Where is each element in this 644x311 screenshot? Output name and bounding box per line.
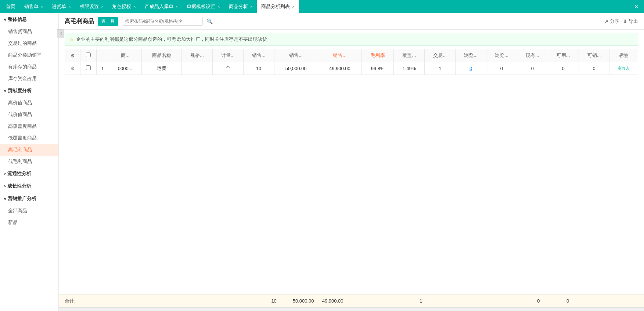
tag-badge: 高收入 bbox=[618, 66, 630, 70]
col-header-browse1[interactable]: 浏览... bbox=[456, 49, 486, 62]
cell-current: 0 bbox=[517, 62, 548, 75]
footer-cell-4 bbox=[201, 298, 230, 304]
nav-item-产成品入库单[interactable]: 产成品入库单× bbox=[140, 0, 182, 13]
col-header-spec[interactable]: 规格... bbox=[181, 49, 212, 62]
search-input[interactable] bbox=[122, 17, 203, 26]
sidebar-group-整体信息[interactable]: ∨整体信息 bbox=[0, 13, 58, 26]
cell-settings: ⚙ bbox=[65, 62, 80, 75]
sidebar-item-销售货商品[interactable]: 销售货商品 bbox=[0, 26, 58, 37]
chevron-icon: ∨ bbox=[4, 18, 6, 22]
nav-close-icon[interactable]: × bbox=[250, 4, 252, 9]
chevron-icon: ∨ bbox=[4, 197, 6, 201]
footer-cell-11: 1 bbox=[406, 298, 436, 304]
footer-cell-6: 10 bbox=[259, 298, 289, 304]
col-header-settings[interactable]: ⚙ bbox=[65, 49, 80, 62]
nav-item-商品分析[interactable]: 商品分析× bbox=[224, 0, 257, 13]
sidebar-item-交易过的商品[interactable]: 交易过的商品 bbox=[0, 37, 58, 49]
cell-available: 0 bbox=[548, 62, 579, 75]
data-table: ⚙商...商品名称规格...计量...销售...销售...销售...毛利率覆盖.… bbox=[65, 49, 638, 75]
col-header-current[interactable]: 现有... bbox=[517, 49, 548, 62]
nav-item-销售单[interactable]: 销售单× bbox=[20, 0, 47, 13]
info-text: 企业的主要的利润都是这部分商品创造的，可考虑加大推广，同时关注库存是不要出现缺货 bbox=[76, 36, 267, 43]
nav-item-商品分析列表[interactable]: 商品分析列表× bbox=[257, 0, 299, 13]
col-header-sales_amt[interactable]: 销售... bbox=[274, 49, 318, 62]
nav-item-单据模板设置[interactable]: 单据模板设置× bbox=[182, 0, 224, 13]
nav-item-权限设置[interactable]: 权限设置× bbox=[75, 0, 108, 13]
cell-coverage: 1.49% bbox=[394, 62, 425, 75]
row-settings-icon[interactable]: ⚙ bbox=[71, 66, 75, 71]
col-header-num[interactable] bbox=[96, 49, 109, 62]
sidebar-item-商品分类助销率[interactable]: 商品分类助销率 bbox=[0, 49, 58, 61]
footer-cell-9 bbox=[348, 298, 377, 304]
col-header-coverage[interactable]: 覆盖... bbox=[394, 49, 425, 62]
col-header-code[interactable]: 商... bbox=[109, 49, 141, 62]
col-header-tag[interactable]: 标签 bbox=[609, 49, 638, 62]
nav-item-首页[interactable]: 首页 bbox=[1, 0, 20, 13]
footer-cell-3 bbox=[171, 298, 201, 304]
search-button[interactable]: 🔍 bbox=[206, 18, 213, 24]
select-all-checkbox[interactable] bbox=[86, 53, 91, 57]
top-nav: 首页销售单×进货单×权限设置×角色授权×产成品入库单×单据模板设置×商品分析×商… bbox=[0, 0, 644, 13]
sidebar-group-贡献度分析[interactable]: ∨贡献度分析 bbox=[0, 84, 58, 97]
sidebar-group-营销推广分析[interactable]: ∨营销推广分析 bbox=[0, 192, 58, 205]
nav-close-icon[interactable]: × bbox=[133, 4, 136, 9]
share-button[interactable]: ↗ 分享 bbox=[604, 18, 619, 25]
footer-cell-10 bbox=[377, 298, 406, 304]
col-header-available[interactable]: 可用... bbox=[548, 49, 579, 62]
col-header-sales_profit[interactable]: 销售... bbox=[318, 49, 361, 62]
sidebar-group-成长性分析[interactable]: >成长性分析 bbox=[0, 180, 58, 192]
export-button[interactable]: ⬇ 导出 bbox=[623, 18, 638, 25]
col-header-gross_rate[interactable]: 毛利率 bbox=[361, 49, 393, 62]
settings-icon: ⚙ bbox=[71, 53, 75, 58]
cell-num: 1 bbox=[96, 62, 109, 75]
sidebar-item-低覆盖度商品[interactable]: 低覆盖度商品 bbox=[0, 132, 58, 144]
sidebar-item-低价值商品[interactable]: 低价值商品 bbox=[0, 109, 58, 120]
col-header-transaction[interactable]: 交易... bbox=[425, 49, 456, 62]
row-checkbox[interactable] bbox=[86, 65, 91, 70]
main-layout: ∨整体信息销售货商品交易过的商品商品分类助销率有库存的商品库存资金占用∨贡献度分… bbox=[0, 13, 644, 311]
sidebar-group-流通性分析[interactable]: >流通性分析 bbox=[0, 167, 58, 180]
sidebar: ∨整体信息销售货商品交易过的商品商品分类助销率有库存的商品库存资金占用∨贡献度分… bbox=[0, 13, 59, 311]
footer-label: 合计: bbox=[65, 298, 76, 304]
col-header-checkbox[interactable] bbox=[80, 49, 97, 62]
nav-item-进货单[interactable]: 进货单× bbox=[47, 0, 75, 13]
col-header-saleable[interactable]: 可销... bbox=[579, 49, 609, 62]
nav-close-icon[interactable]: × bbox=[217, 4, 220, 9]
scrollbar-area[interactable] bbox=[59, 307, 644, 311]
sidebar-item-高毛利商品[interactable]: 高毛利商品 bbox=[0, 144, 58, 156]
page-title: 高毛利商品 bbox=[65, 18, 94, 25]
nav-close-icon[interactable]: × bbox=[41, 4, 43, 9]
sidebar-item-有库存的商品[interactable]: 有库存的商品 bbox=[0, 61, 58, 73]
nav-close-icon[interactable]: × bbox=[101, 4, 103, 9]
nav-close-icon[interactable]: × bbox=[176, 4, 178, 9]
footer-cell-14 bbox=[494, 298, 524, 304]
cell-browse1: 0 bbox=[456, 62, 486, 75]
close-window-icon[interactable]: × bbox=[630, 3, 643, 10]
footer-cell-16: 0 bbox=[553, 298, 583, 304]
col-header-browse2[interactable]: 浏览... bbox=[486, 49, 517, 62]
sidebar-item-库存资金占用[interactable]: 库存资金占用 bbox=[0, 73, 58, 84]
sidebar-item-高覆盖度商品[interactable]: 高覆盖度商品 bbox=[0, 120, 58, 132]
col-header-sales_qty[interactable]: 销售... bbox=[243, 49, 274, 62]
browse1-link[interactable]: 0 bbox=[469, 66, 472, 71]
info-icon: ☆ bbox=[69, 37, 74, 42]
cell-checkbox[interactable] bbox=[80, 62, 97, 75]
sidebar-item-新品[interactable]: 新品 bbox=[0, 217, 58, 228]
share-icon: ↗ bbox=[604, 19, 608, 24]
nav-item-角色授权[interactable]: 角色授权× bbox=[108, 0, 140, 13]
sidebar-item-高价值商品[interactable]: 高价值商品 bbox=[0, 97, 58, 109]
sidebar-item-全部商品[interactable]: 全部商品 bbox=[0, 205, 58, 217]
content-area: 高毛利商品 近一月 🔍 ↗ 分享 ⬇ 导出 ☆ 企业的主要的利润都是这部分商品创… bbox=[59, 13, 644, 311]
col-header-name[interactable]: 商品名称 bbox=[141, 49, 181, 62]
footer-cell-5 bbox=[230, 298, 259, 304]
footer-cells: 1050,000.0049,900.00100 bbox=[83, 298, 638, 304]
nav-close-icon[interactable]: × bbox=[292, 4, 294, 9]
date-filter-button[interactable]: 近一月 bbox=[98, 17, 118, 26]
export-icon: ⬇ bbox=[623, 19, 627, 24]
col-header-unit[interactable]: 计量... bbox=[212, 49, 243, 62]
nav-close-icon[interactable]: × bbox=[68, 4, 71, 9]
footer-cell-2 bbox=[142, 298, 171, 304]
sidebar-toggle-button[interactable]: 《 bbox=[57, 29, 64, 38]
sidebar-item-低毛利商品[interactable]: 低毛利商品 bbox=[0, 156, 58, 167]
info-banner: ☆ 企业的主要的利润都是这部分商品创造的，可考虑加大推广，同时关注库存是不要出现… bbox=[65, 33, 638, 46]
